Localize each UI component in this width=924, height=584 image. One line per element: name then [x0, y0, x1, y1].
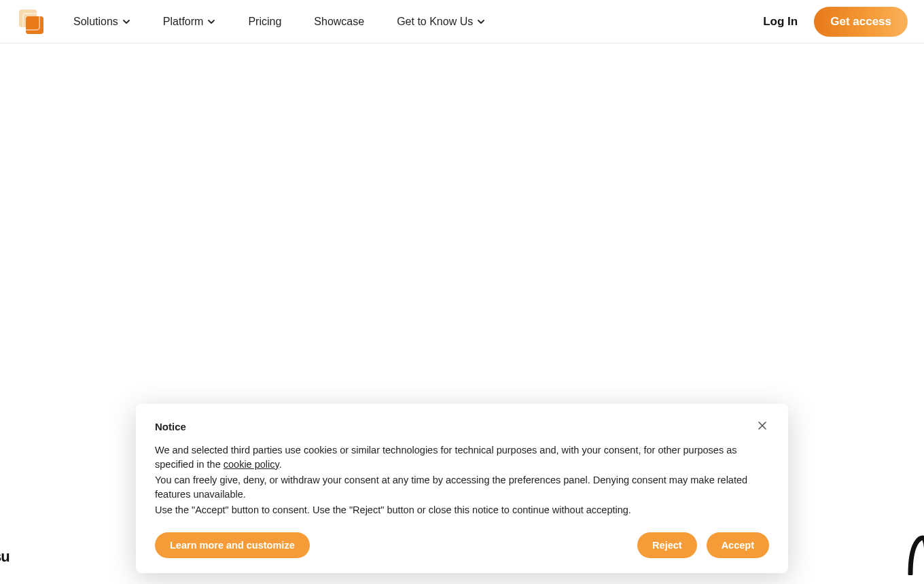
cookie-policy-link[interactable]: cookie policy — [224, 459, 279, 470]
chevron-down-icon — [207, 18, 215, 26]
cookie-text: . — [279, 459, 282, 470]
cookie-consent-banner: Notice We and selected third parties use… — [136, 404, 788, 573]
login-link[interactable]: Log In — [763, 15, 798, 29]
chevron-down-icon — [477, 18, 485, 26]
get-access-button[interactable]: Get access — [814, 7, 908, 37]
mcdonalds-arches-icon — [904, 534, 924, 575]
cookie-paragraph-1: We and selected third parties use cookie… — [155, 443, 769, 472]
nav-label: Solutions — [73, 16, 118, 28]
nav-label: Get to Know Us — [397, 16, 473, 28]
cookie-banner-header: Notice — [155, 420, 769, 434]
brand-logo-dentsu: entsu — [0, 548, 10, 566]
cookie-paragraph-2: You can freely give, deny, or withdraw y… — [155, 473, 769, 502]
nav-get-to-know-us[interactable]: Get to Know Us — [397, 16, 485, 28]
nav-platform[interactable]: Platform — [163, 16, 216, 28]
brand-logo-mcdonalds — [904, 534, 924, 579]
header-actions: Log In Get access — [763, 7, 908, 37]
close-icon — [758, 419, 767, 434]
svg-rect-1 — [26, 16, 43, 34]
nav-label: Platform — [163, 16, 204, 28]
cookie-banner-actions: Learn more and customize Reject Accept — [155, 532, 769, 558]
reject-button[interactable]: Reject — [637, 532, 697, 558]
nav-label: Pricing — [248, 16, 281, 28]
nav-showcase[interactable]: Showcase — [314, 16, 364, 28]
main-header: Solutions Platform Pricing Showcase Get … — [0, 0, 924, 44]
cookie-banner-title: Notice — [155, 421, 186, 432]
learn-more-button[interactable]: Learn more and customize — [155, 532, 310, 558]
close-button[interactable] — [756, 420, 769, 434]
cookie-banner-body: We and selected third parties use cookie… — [155, 443, 769, 517]
cookie-paragraph-3: Use the "Accept" button to consent. Use … — [155, 503, 769, 517]
nav-solutions[interactable]: Solutions — [73, 16, 130, 28]
main-nav: Solutions Platform Pricing Showcase Get … — [73, 16, 485, 28]
nav-label: Showcase — [314, 16, 364, 28]
accept-button[interactable]: Accept — [707, 532, 769, 558]
nav-pricing[interactable]: Pricing — [248, 16, 281, 28]
brand-logo[interactable] — [16, 7, 46, 37]
chevron-down-icon — [122, 18, 130, 26]
